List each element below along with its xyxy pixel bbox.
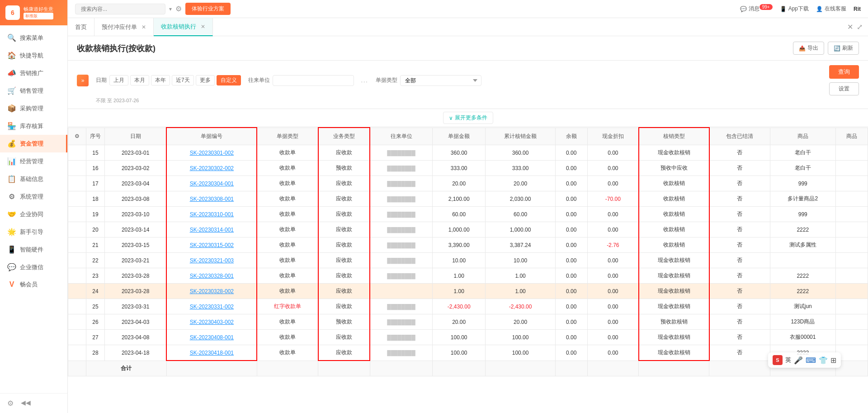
- doc-no-link[interactable]: SK-20230328-002: [190, 288, 234, 294]
- tabbar-controls: ✕ ⤢: [842, 23, 868, 31]
- cell-settings: [68, 176, 86, 191]
- sidebar-item-member[interactable]: V 畅会员: [0, 276, 67, 293]
- cell-verifytype: 收款核销: [639, 237, 709, 253]
- cell-verifytype: 收款核销: [639, 176, 709, 191]
- online-service-group[interactable]: 👤 在线客服: [816, 5, 846, 13]
- cell-no: 16: [86, 161, 105, 176]
- doc-no-link[interactable]: SK-20230403-002: [190, 319, 234, 325]
- page-actions: 📤 导出 🔄 刷新: [793, 42, 859, 55]
- sidebar-item-marketing[interactable]: 📣 营销推广: [0, 64, 67, 82]
- cell-partner: ████████: [370, 207, 432, 222]
- industry-solution-button[interactable]: 体验行业方案: [185, 3, 231, 15]
- sidebar-item-guide[interactable]: 🌟 新手引导: [0, 223, 67, 241]
- refresh-button[interactable]: 🔄 刷新: [828, 42, 859, 55]
- tab-collection[interactable]: 收款核销执行 ✕: [154, 18, 213, 36]
- doc-no-link[interactable]: SK-20230301-002: [190, 150, 234, 156]
- sidebar-item-inventory[interactable]: 🏪 库存核算: [0, 117, 67, 135]
- export-button[interactable]: 📤 导出: [793, 42, 824, 55]
- tab-prepay-close[interactable]: ✕: [142, 24, 146, 30]
- cell-biztype: 应收款: [318, 299, 370, 314]
- watermark-text: 英: [785, 356, 791, 364]
- doc-no-link[interactable]: SK-20230408-001: [190, 334, 234, 341]
- expand-conditions-button[interactable]: ∨ 展开更多条件: [443, 112, 493, 124]
- sidebar-item-sales[interactable]: 🛒 销售管理: [0, 82, 67, 100]
- settings-bottom-icon[interactable]: ⚙: [7, 399, 14, 408]
- topbar-dropdown-arrow[interactable]: ▾: [169, 6, 172, 12]
- cell-verifytype: 现金收款核销: [639, 145, 709, 161]
- main-content: ▾ ⚙ 体验行业方案 💬 消息 99+ 📱 App下载 👤 在线客服 Rit 首…: [68, 0, 868, 413]
- search-icon: 🔍: [7, 33, 16, 42]
- doctype-select[interactable]: 全部 收款单 红字收款单: [400, 75, 481, 86]
- doc-no-link[interactable]: SK-20230418-001: [190, 350, 234, 356]
- column-settings-icon[interactable]: ⚙: [75, 133, 80, 139]
- user-name[interactable]: Rit: [854, 6, 861, 12]
- tab-collection-close[interactable]: ✕: [201, 24, 205, 30]
- doc-no-link[interactable]: SK-20230308-001: [190, 196, 234, 202]
- doc-no-link[interactable]: SK-20230310-001: [190, 211, 234, 218]
- sidebar-item-system[interactable]: ⚙ 系统管理: [0, 188, 67, 205]
- cell-settled: 否: [709, 191, 770, 207]
- date-btn-7days[interactable]: 近7天: [172, 75, 194, 85]
- cell-biztype: 应收款: [318, 330, 370, 345]
- cell-discount: 0.00: [587, 145, 639, 161]
- expand-row: ∨ 展开更多条件: [68, 109, 868, 127]
- table-row: 22 2023-03-21 SK-20230321-003 收款单 应收款 ██…: [68, 253, 868, 268]
- sidebar-item-operation[interactable]: 📊 经营管理: [0, 152, 67, 170]
- sidebar-item-purchase[interactable]: 📦 采购管理: [0, 100, 67, 117]
- doc-no-link[interactable]: SK-20230315-002: [190, 242, 234, 248]
- cell-settled: 否: [709, 314, 770, 330]
- sidebar-item-label: 智能硬件: [20, 246, 43, 254]
- date-btn-lastmonth[interactable]: 上月: [109, 75, 128, 85]
- cell-goods2: [835, 284, 868, 299]
- sidebar-item-enterprise[interactable]: 🤝 企业协同: [0, 205, 67, 223]
- date-btn-thismonth[interactable]: 本月: [130, 75, 149, 85]
- cell-settings: [68, 284, 86, 299]
- doc-no-link[interactable]: SK-20230331-002: [190, 304, 234, 310]
- sidebar-item-wechat[interactable]: 💬 企业微信: [0, 258, 67, 276]
- cell-settings: [68, 207, 86, 222]
- col-biztype-header: 业务类型: [318, 128, 370, 145]
- tab-close-all-icon[interactable]: ✕: [847, 23, 853, 31]
- collapse-icon[interactable]: ◀◀: [21, 399, 31, 408]
- sidebar-item-label: 系统管理: [20, 193, 43, 201]
- cell-verified: 3,387.24: [486, 237, 555, 253]
- sidebar-item-hardware[interactable]: 📱 智能硬件: [0, 241, 67, 258]
- sidebar-item-finance[interactable]: 💰 资金管理: [0, 135, 67, 152]
- cell-amount: 2,100.00: [433, 191, 486, 207]
- message-group[interactable]: 💬 消息 99+: [740, 5, 773, 13]
- col-settings-header[interactable]: ⚙: [68, 128, 86, 145]
- tab-expand-icon[interactable]: ⤢: [857, 23, 863, 31]
- sidebar-item-search[interactable]: 🔍 搜索菜单: [0, 29, 67, 47]
- tab-prepay[interactable]: 预付冲应付单 ✕: [94, 18, 154, 36]
- doc-no-link[interactable]: SK-20230314-001: [190, 227, 234, 233]
- query-button[interactable]: 查询: [829, 65, 859, 79]
- cell-partner: ████████: [370, 176, 432, 191]
- tab-home[interactable]: 首页: [68, 18, 94, 36]
- setting-button[interactable]: 设置: [829, 82, 859, 95]
- doc-no-link[interactable]: SK-20230328-001: [190, 273, 234, 279]
- cell-settled: 否: [709, 237, 770, 253]
- cell-discount: 0.00: [587, 345, 639, 361]
- doc-no-link[interactable]: SK-20230321-003: [190, 257, 234, 264]
- date-btn-custom[interactable]: 自定义: [217, 75, 241, 85]
- sidebar-item-label: 采购管理: [20, 104, 43, 113]
- sidebar-item-basic[interactable]: 📋 基础信息: [0, 170, 67, 188]
- date-btn-more[interactable]: 更多: [196, 75, 215, 85]
- cell-date: 2023-03-15: [105, 237, 167, 253]
- doc-no-link[interactable]: SK-20230304-001: [190, 180, 234, 187]
- doc-no-link[interactable]: SK-20230302-002: [190, 165, 234, 171]
- filter-toggle[interactable]: »: [77, 75, 89, 86]
- footer-settled: [709, 361, 770, 376]
- cell-biztype: 应收款: [318, 176, 370, 191]
- filter-bar: » 日期 上月 本月 本年 近7天 更多 自定义 往来单位 .: [68, 61, 868, 109]
- cell-doctype: 收款单: [257, 145, 318, 161]
- app-download-group[interactable]: 📱 App下载: [780, 5, 809, 13]
- topbar-gear-icon[interactable]: ⚙: [175, 5, 182, 13]
- col-doctype-header: 单据类型: [257, 128, 318, 145]
- cell-settings: [68, 237, 86, 253]
- topbar-search-input[interactable]: [75, 4, 165, 14]
- cell-settled: 否: [709, 207, 770, 222]
- sidebar-item-quick[interactable]: 🏠 快捷导航: [0, 47, 67, 64]
- partner-input[interactable]: [273, 75, 354, 86]
- date-btn-thisyear[interactable]: 本年: [151, 75, 170, 85]
